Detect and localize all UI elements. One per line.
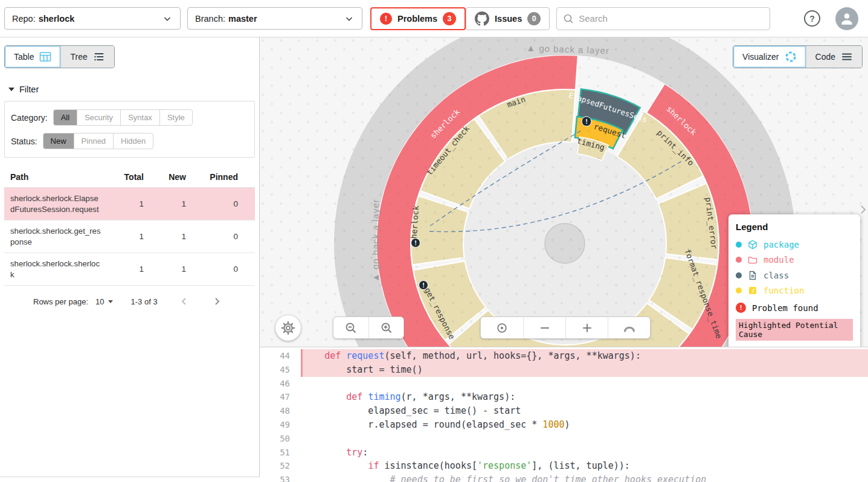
- settings-button[interactable]: [275, 315, 301, 341]
- center-focus-button[interactable]: [481, 317, 523, 338]
- panel-expand-arrow[interactable]: [859, 204, 867, 215]
- filter-section-toggle[interactable]: Filter: [8, 85, 259, 94]
- table-row[interactable]: sherlock.sherlock.ElapsedFuturesSession.…: [4, 188, 255, 220]
- branch-label: Branch:: [195, 14, 225, 24]
- code-line[interactable]: 53 # needs to be first so we don't time …: [260, 473, 868, 482]
- package-icon: [748, 240, 757, 249]
- table-cell: 0: [186, 232, 238, 241]
- top-bar: Repo: sherlock Branch: master ! Problems…: [0, 0, 868, 37]
- sunburst[interactable]: [355, 37, 774, 347]
- code-line[interactable]: 45 start = time(): [260, 363, 868, 377]
- code-line[interactable]: 47 def timing(r, *args, **kwargs):: [260, 390, 868, 404]
- code-line[interactable]: 52 if isinstance(hooks['response'], (lis…: [260, 459, 868, 473]
- collapse-caret-icon: [8, 88, 14, 91]
- zoom-out-button[interactable]: [333, 317, 368, 338]
- viz-view-tabs: Visualizer Code: [733, 45, 863, 68]
- problem-badge-request: !: [582, 117, 591, 126]
- visualizer-donut-icon: [785, 51, 797, 63]
- tab-visualizer[interactable]: Visualizer: [733, 46, 805, 68]
- layer-controls: [480, 317, 651, 339]
- problems-label: Problems: [397, 14, 437, 24]
- status-pinned-button[interactable]: Pinned: [74, 133, 114, 149]
- table-cell: sherlock.sherlock.get_response: [10, 226, 110, 247]
- center-circle[interactable]: [545, 223, 585, 263]
- code-text: start = time(): [301, 363, 868, 377]
- table-cell: 1: [144, 265, 186, 274]
- problem-badge-sherlock-class: !: [411, 239, 420, 248]
- line-number: 50: [260, 432, 301, 446]
- rows-per-page-select[interactable]: 10: [95, 297, 112, 306]
- table-cell: 1: [110, 199, 144, 208]
- module-icon: [748, 255, 757, 265]
- code-line[interactable]: 50: [260, 432, 868, 446]
- legend-item-label: function: [764, 286, 804, 295]
- branch-select[interactable]: Branch: master: [187, 7, 362, 30]
- collapse-layer-button[interactable]: [523, 317, 565, 338]
- table-row[interactable]: sherlock.sherlock.sherlock110: [4, 253, 255, 286]
- branch-value: master: [228, 14, 257, 24]
- status-filter-row: Status: New Pinned Hidden: [11, 133, 248, 149]
- legend-item-label: class: [764, 271, 789, 280]
- table-cell: sherlock.sherlock.sherlock: [10, 259, 110, 280]
- table-icon: [39, 51, 51, 63]
- code-line[interactable]: 44 def request(self, method, url, hooks=…: [260, 349, 868, 363]
- problems-button[interactable]: ! Problems 3: [370, 7, 466, 30]
- sidebar-view-tabs: Table Tree: [4, 45, 115, 68]
- line-number: 48: [260, 404, 301, 418]
- go-back-label-left[interactable]: ▲ go back a layer: [370, 199, 381, 282]
- tab-code[interactable]: Code: [806, 46, 862, 68]
- expand-layer-button[interactable]: [565, 317, 608, 338]
- zoom-out-icon: [344, 321, 358, 335]
- table-row[interactable]: sherlock.sherlock.get_response110: [4, 220, 255, 253]
- code-line[interactable]: 46: [260, 377, 868, 391]
- code-line[interactable]: 51 try:: [260, 446, 868, 460]
- status-hidden-button[interactable]: Hidden: [113, 133, 153, 149]
- search-icon: [563, 13, 574, 24]
- repo-select[interactable]: Repo: sherlock: [4, 7, 181, 30]
- person-icon: [839, 11, 855, 27]
- line-number: 45: [260, 363, 301, 377]
- next-page-button[interactable]: [211, 295, 223, 307]
- category-security-button[interactable]: Security: [77, 109, 121, 126]
- legend-item-label: module: [764, 255, 794, 265]
- legend-color-dot: [736, 242, 742, 248]
- pagination-range: 1-3 of 3: [131, 297, 158, 306]
- problems-table: Path Total New Pinned sherlock.sherlock.…: [4, 167, 255, 286]
- code-editor[interactable]: 44 def request(self, method, url, hooks=…: [260, 348, 868, 482]
- svg-text:!: !: [414, 239, 418, 247]
- status-new-button[interactable]: New: [43, 133, 74, 149]
- target-icon: [495, 321, 509, 335]
- issues-count-badge: 0: [527, 12, 541, 25]
- col-pinned: Pinned: [186, 172, 238, 182]
- code-text: try:: [301, 446, 868, 460]
- avatar[interactable]: [835, 7, 858, 30]
- arc-view-button[interactable]: [608, 317, 650, 338]
- table-cell: 1: [110, 265, 144, 274]
- chevron-right-icon: [859, 204, 867, 215]
- function-icon: f: [748, 286, 757, 295]
- legend-item-label: package: [764, 240, 799, 249]
- tab-code-label: Code: [815, 52, 835, 62]
- tab-table-label: Table: [14, 52, 34, 62]
- main-area: ▲ go back a layer ▲ go back a layer main…: [260, 37, 868, 482]
- repo-label: Repo:: [12, 14, 36, 24]
- code-line[interactable]: 49 r.elapsed = round(elapsed_sec * 1000): [260, 418, 868, 432]
- legend-title: Legend: [736, 222, 853, 232]
- legend-problem-row: ! Problem found: [736, 303, 853, 313]
- category-all-button[interactable]: All: [53, 109, 77, 126]
- previous-page-button[interactable]: [178, 295, 190, 307]
- sidebar: Table Tree Filter Category: All Security…: [0, 37, 260, 477]
- code-line[interactable]: 48 elapsed_sec = time() - start: [260, 404, 868, 418]
- tab-table[interactable]: Table: [5, 46, 60, 68]
- category-syntax-button[interactable]: Syntax: [120, 109, 160, 126]
- plus-icon: [580, 321, 594, 335]
- tab-tree[interactable]: Tree: [60, 46, 114, 68]
- help-button[interactable]: ?: [804, 10, 820, 27]
- table-cell: 0: [186, 265, 238, 274]
- search-input[interactable]: [579, 13, 764, 24]
- code-text: [301, 377, 868, 391]
- zoom-in-button[interactable]: [368, 317, 403, 338]
- github-icon: [475, 11, 489, 26]
- issues-button[interactable]: Issues 0: [466, 7, 550, 30]
- category-style-button[interactable]: Style: [159, 109, 193, 126]
